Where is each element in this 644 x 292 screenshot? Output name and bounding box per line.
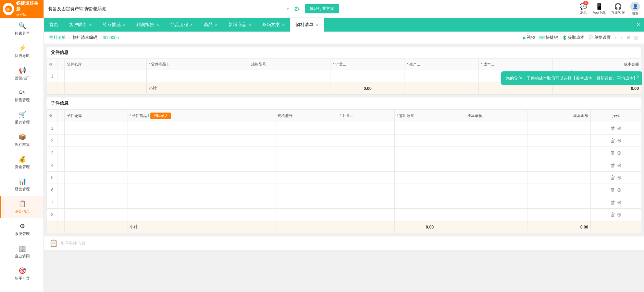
sidebar-item-finance[interactable]: 💰 资金管理 (0, 151, 44, 174)
sidebar-item-quick-nav[interactable]: ⚡ 快捷导航 (0, 40, 44, 62)
child-row-qty-needed-6[interactable] (394, 184, 465, 196)
child-row-cost-price-1[interactable] (465, 122, 528, 135)
sidebar-item-enterprise[interactable]: 🏢 企业协同 (0, 241, 44, 263)
child-row-goods-7[interactable] (127, 196, 275, 209)
child-row-qty-needed-8[interactable] (394, 209, 465, 221)
sidebar-item-guide[interactable]: 🎯 新手引导 (0, 263, 44, 285)
child-row-cost-price-4[interactable] (465, 159, 528, 172)
child-row-goods-2[interactable] (127, 135, 275, 147)
child-row-qty-needed-7[interactable] (394, 196, 465, 209)
sidebar-item-system[interactable]: ⚙ 系统管理 (0, 218, 44, 241)
tab-customer[interactable]: 客户联络 × (64, 18, 97, 32)
child-row-warehouse-4[interactable] (65, 159, 127, 172)
tooltip-close-btn[interactable]: × (637, 73, 640, 81)
copy-btn-4[interactable]: ⊕ (617, 162, 621, 168)
shortcut-action[interactable]: ⌨ 快捷键 (539, 35, 558, 40)
parent-row-qty-1[interactable] (331, 70, 405, 82)
child-row-cost-price-5[interactable] (465, 172, 528, 184)
child-row-warehouse-1[interactable] (65, 122, 127, 135)
child-row-goods-1[interactable] (127, 122, 275, 135)
nav-next-icon[interactable]: › (621, 35, 622, 41)
app-download-icon-item[interactable]: 📱 App下载 (593, 3, 606, 15)
tab-barcode[interactable]: 条码方案 × (257, 18, 290, 32)
tab-history[interactable]: 经营历程 × (165, 18, 198, 32)
delete-btn-7[interactable]: 🗑 (610, 199, 616, 206)
extract-cost-action[interactable]: 💲 提取成本 (562, 35, 584, 40)
child-row-qty-7[interactable] (338, 196, 394, 209)
delete-btn-3[interactable]: 🗑 (610, 150, 616, 156)
child-row-spec-8[interactable] (275, 209, 338, 221)
child-row-qty-needed-3[interactable] (394, 147, 465, 159)
support-icon-item[interactable]: 🎧 在线客服 (611, 3, 625, 15)
sidebar-item-operations[interactable]: 📊 经营管理 (0, 174, 44, 196)
delete-btn-5[interactable]: 🗑 (610, 175, 616, 181)
view-action[interactable]: ▶ 视频 (523, 35, 535, 40)
sidebar-item-marketing[interactable]: 📢 营销推广 (0, 62, 44, 85)
tab-new-goods-close[interactable]: × (248, 22, 251, 27)
tab-bom[interactable]: 物料清单 × (290, 18, 324, 32)
tab-barcode-close[interactable]: × (282, 22, 285, 27)
tab-bom-close[interactable]: × (315, 22, 318, 27)
copy-btn-6[interactable]: ⊕ (617, 187, 621, 193)
child-row-warehouse-7[interactable] (65, 196, 127, 209)
child-row-qty-6[interactable] (338, 184, 394, 196)
child-row-spec-6[interactable] (275, 184, 338, 196)
tab-goods[interactable]: 商品 × (198, 18, 223, 32)
parent-row-spec-1[interactable] (249, 70, 331, 82)
parent-row-produce-1[interactable] (405, 70, 479, 82)
tab-history-close[interactable]: × (190, 22, 193, 27)
tab-goods-close[interactable]: × (215, 22, 218, 27)
child-row-goods-8[interactable] (127, 209, 275, 221)
child-row-qty-2[interactable] (338, 135, 394, 147)
trial-btn[interactable]: 体验行业方案 (305, 4, 339, 13)
child-row-spec-4[interactable] (275, 159, 338, 172)
sidebar-item-inventory[interactable]: 📦 库存核算 (0, 129, 44, 151)
child-row-warehouse-5[interactable] (65, 172, 127, 184)
child-row-spec-3[interactable] (275, 147, 338, 159)
parent-row-warehouse-1[interactable] (65, 70, 147, 82)
child-row-qty-8[interactable] (338, 209, 394, 221)
parent-row-goods-1[interactable] (146, 70, 249, 82)
dropdown-arrow-icon[interactable]: ▼ (286, 7, 290, 11)
child-row-qty-needed-4[interactable] (394, 159, 465, 172)
child-row-spec-5[interactable] (275, 172, 338, 184)
tab-operations-close[interactable]: × (123, 22, 125, 27)
copy-btn-7[interactable]: ⊕ (617, 199, 621, 206)
message-icon-item[interactable]: 💬 6 消息 (580, 3, 587, 15)
child-row-qty-1[interactable] (338, 122, 394, 135)
grid-view-icon[interactable]: ⊞ (634, 34, 639, 41)
child-row-goods-5[interactable] (127, 172, 275, 184)
tab-profit[interactable]: 利润报告 × (131, 18, 164, 32)
settings-gear-icon[interactable]: ⚙ (294, 5, 299, 13)
copy-btn-2[interactable]: ⊕ (617, 137, 621, 144)
child-row-cost-price-3[interactable] (465, 147, 528, 159)
delete-btn-2[interactable]: 🗑 (610, 138, 616, 144)
delete-btn-1[interactable]: 🗑 (610, 125, 616, 131)
child-row-warehouse-8[interactable] (65, 209, 127, 221)
child-row-spec-1[interactable] (275, 122, 338, 135)
single-settings-action[interactable]: 📄 单据设置 (589, 35, 611, 40)
sidebar-item-search[interactable]: 🔍 搜索菜单 (0, 18, 44, 40)
child-row-cost-price-7[interactable] (465, 196, 528, 209)
child-row-qty-4[interactable] (338, 159, 394, 172)
child-row-warehouse-2[interactable] (65, 135, 127, 147)
child-row-warehouse-3[interactable] (65, 147, 127, 159)
child-col-settings-icon[interactable]: ⚙ (49, 114, 52, 118)
col-settings-icon[interactable]: ⚙ (49, 62, 52, 66)
child-row-goods-3[interactable] (127, 147, 275, 159)
copy-btn-5[interactable]: ⊕ (617, 174, 621, 181)
delete-btn-6[interactable]: 🗑 (610, 187, 616, 193)
tab-new-goods[interactable]: 新增商品 × (223, 18, 257, 32)
child-row-qty-5[interactable] (338, 172, 394, 184)
child-row-goods-4[interactable] (127, 159, 275, 172)
child-row-goods-6[interactable] (127, 184, 275, 196)
copy-btn-3[interactable]: ⊕ (617, 150, 621, 156)
child-row-cost-price-2[interactable] (465, 135, 528, 147)
child-row-spec-2[interactable] (275, 135, 338, 147)
scan-button[interactable]: 扫码录入 (150, 113, 171, 119)
tab-customer-close[interactable]: × (89, 22, 92, 27)
child-row-qty-needed-5[interactable] (394, 172, 465, 184)
user-item[interactable]: 👤 用友 (630, 2, 640, 16)
child-row-qty-needed-1[interactable] (394, 122, 465, 135)
list-view-icon[interactable]: ≡ (627, 35, 630, 41)
